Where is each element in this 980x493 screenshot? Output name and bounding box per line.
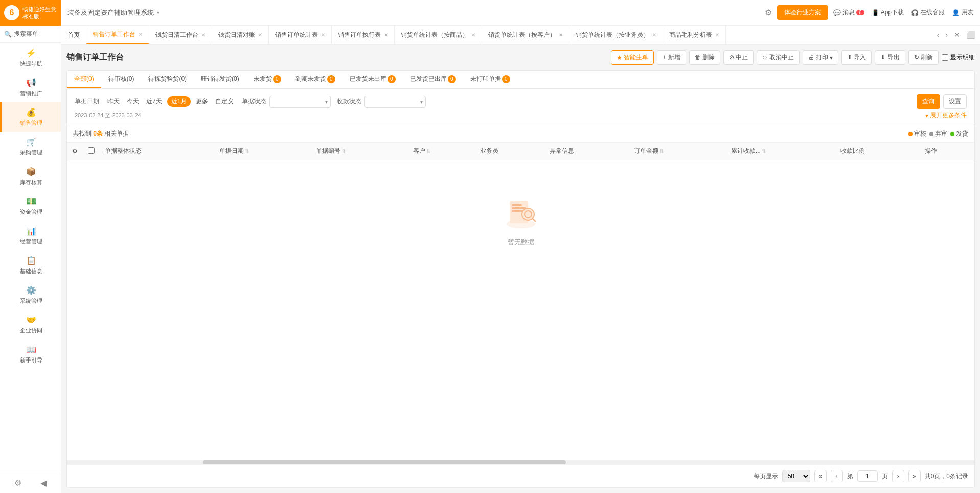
inventory-icon: 📦 bbox=[26, 167, 36, 176]
sidebar-item-operations[interactable]: 📊 经营管理 bbox=[0, 221, 61, 251]
tab-close-summary-staff[interactable]: ✕ bbox=[652, 32, 656, 38]
th-customer[interactable]: 客户⇅ bbox=[408, 143, 475, 160]
tab-prev-btn[interactable]: ‹ bbox=[935, 30, 942, 40]
tab-maximize-btn[interactable]: ⬜ bbox=[964, 30, 977, 40]
status-select[interactable] bbox=[269, 96, 331, 108]
subtab-not-shipped[interactable]: 未发货0 bbox=[246, 71, 288, 88]
collapse-icon[interactable]: ◀ bbox=[40, 478, 47, 488]
ship-action[interactable]: 发货 bbox=[950, 129, 968, 138]
date-opt-custom[interactable]: 自定义 bbox=[213, 96, 236, 107]
show-detail-input[interactable] bbox=[942, 54, 948, 61]
show-detail-checkbox[interactable]: 显示明细 bbox=[942, 53, 975, 62]
sidebar-item-enterprise[interactable]: 🤝 企业协同 bbox=[0, 310, 61, 340]
th-number[interactable]: 单据编号⇅ bbox=[311, 143, 408, 160]
subtab-shipped-not-out[interactable]: 已发货未出库0 bbox=[343, 71, 403, 88]
import-btn[interactable]: ⬆ 导入 bbox=[841, 50, 872, 65]
settings-query-btn[interactable]: 设置 bbox=[943, 94, 967, 109]
sort-customer-icon: ⇅ bbox=[426, 148, 430, 154]
subtab-pending-inspect[interactable]: 待拣货验货(0) bbox=[141, 71, 194, 88]
scroll-thumb[interactable] bbox=[203, 460, 566, 464]
tab-sales-exec[interactable]: 销售订单执行表 ✕ bbox=[332, 26, 395, 44]
date-opt-more[interactable]: 更多 bbox=[194, 96, 210, 107]
tab-cash-account[interactable]: 钱货日清对账 ✕ bbox=[212, 26, 269, 44]
topbar-settings-icon[interactable]: ⚙ bbox=[765, 8, 772, 17]
add-btn[interactable]: + 新增 bbox=[657, 50, 686, 65]
date-opt-today[interactable]: 今天 bbox=[125, 96, 141, 107]
sidebar-item-inventory[interactable]: 📦 库存核算 bbox=[0, 162, 61, 191]
status-select-wrap[interactable] bbox=[269, 96, 331, 108]
date-opt-1month[interactable]: 近1月 bbox=[167, 96, 191, 107]
tab-summary-product[interactable]: 销货单统计表（按商品） ✕ bbox=[395, 26, 482, 44]
tab-next-btn[interactable]: › bbox=[943, 30, 950, 40]
query-btn[interactable]: 查询 bbox=[917, 94, 940, 109]
smart-create-btn[interactable]: ★ 智能生单 bbox=[611, 50, 654, 65]
prev-page-btn[interactable]: ‹ bbox=[831, 470, 843, 482]
tab-close-margin-analysis[interactable]: ✕ bbox=[715, 32, 719, 38]
subtab-all[interactable]: 全部(0) bbox=[67, 71, 101, 88]
th-collected[interactable]: 累计收款...⇅ bbox=[726, 143, 835, 160]
subtab-shipped-out[interactable]: 已发货已出库0 bbox=[403, 71, 463, 88]
tab-sales-stats[interactable]: 销售订单统计表 ✕ bbox=[269, 26, 332, 44]
delete-btn[interactable]: 🗑 删除 bbox=[689, 50, 720, 65]
tab-close-summary-customer[interactable]: ✕ bbox=[559, 32, 563, 38]
user-menu[interactable]: 👤 用友 bbox=[952, 8, 974, 17]
message-action[interactable]: 💬 消息 6 bbox=[833, 8, 864, 17]
shipped-not-out-badge: 0 bbox=[388, 75, 396, 83]
settings-icon[interactable]: ⚙ bbox=[14, 478, 21, 488]
last-page-btn[interactable]: » bbox=[908, 470, 921, 482]
tab-margin-analysis[interactable]: 商品毛利分析表 ✕ bbox=[663, 26, 726, 44]
th-amount[interactable]: 订单金额⇅ bbox=[629, 143, 726, 160]
print-btn[interactable]: 🖨 打印 ▾ bbox=[803, 50, 838, 65]
suspend-btn[interactable]: ⊘ 中止 bbox=[723, 50, 754, 65]
horizontal-scrollbar[interactable] bbox=[67, 460, 974, 464]
page-input[interactable] bbox=[857, 470, 878, 482]
cancel-review-action[interactable]: 弃审 bbox=[929, 129, 947, 138]
review-action[interactable]: 审核 bbox=[908, 129, 926, 138]
sidebar-item-sales[interactable]: 💰 销售管理 bbox=[0, 102, 61, 132]
tab-summary-staff[interactable]: 销货单统计表（按业务员） ✕ bbox=[569, 26, 663, 44]
tab-sales-workbench[interactable]: 销售订单工作台 ✕ bbox=[86, 26, 149, 44]
payment-select[interactable] bbox=[364, 96, 426, 108]
cancel-suspend-btn[interactable]: ⊙ 取消中止 bbox=[757, 50, 799, 65]
next-page-btn[interactable]: › bbox=[892, 470, 904, 482]
subtab-wangpu[interactable]: 旺铺待发货(0) bbox=[194, 71, 246, 88]
online-service-action[interactable]: 🎧 在线客服 bbox=[911, 8, 945, 17]
app-download-action[interactable]: 📱 App下载 bbox=[872, 8, 904, 17]
tab-close-cash-account[interactable]: ✕ bbox=[258, 32, 262, 38]
tab-close-sales-exec[interactable]: ✕ bbox=[384, 32, 388, 38]
expand-filter-btn[interactable]: ▾ 展开更多条件 bbox=[925, 111, 967, 120]
tab-close-sales-stats[interactable]: ✕ bbox=[321, 32, 325, 38]
subtab-pending-review[interactable]: 待审核(0) bbox=[101, 71, 142, 88]
sidebar-item-quick-nav[interactable]: ⚡ 快捷导航 bbox=[0, 43, 61, 73]
sidebar-item-guide[interactable]: 📖 新手引导 bbox=[0, 340, 61, 369]
tab-cash-daily[interactable]: 钱货日清工作台 ✕ bbox=[149, 26, 212, 44]
th-date[interactable]: 单据日期⇅ bbox=[214, 143, 311, 160]
subtab-expired[interactable]: 到期未发货0 bbox=[288, 71, 343, 88]
tab-home[interactable]: 首页 bbox=[61, 26, 86, 44]
sidebar-search[interactable]: 🔍 搜索菜单 bbox=[0, 26, 61, 43]
date-opt-7days[interactable]: 近7天 bbox=[144, 96, 164, 107]
first-page-btn[interactable]: « bbox=[814, 470, 827, 482]
experience-btn[interactable]: 体验行业方案 bbox=[777, 5, 828, 20]
page-size-select[interactable]: 50 10 20 100 bbox=[782, 470, 810, 482]
sidebar-item-purchase[interactable]: 🛒 采购管理 bbox=[0, 132, 61, 162]
tab-summary-customer[interactable]: 销货单统计表（按客户） ✕ bbox=[482, 26, 569, 44]
sidebar-item-basic[interactable]: 📋 基础信息 bbox=[0, 251, 61, 280]
select-all-checkbox[interactable] bbox=[88, 147, 95, 154]
refresh-btn[interactable]: ↻ 刷新 bbox=[908, 50, 939, 65]
tab-close-summary-product[interactable]: ✕ bbox=[471, 32, 475, 38]
page-title: 销售订单工作台 bbox=[66, 52, 124, 63]
page-label: 第 bbox=[847, 472, 853, 481]
sidebar-item-system[interactable]: ⚙️ 系统管理 bbox=[0, 280, 61, 310]
sidebar-item-finance[interactable]: 💵 资金管理 bbox=[0, 191, 61, 221]
th-settings[interactable]: ⚙ bbox=[67, 143, 83, 160]
export-btn[interactable]: ⬇ 导出 bbox=[875, 50, 905, 65]
tab-close-cash-daily[interactable]: ✕ bbox=[201, 32, 206, 38]
payment-select-wrap[interactable] bbox=[364, 96, 426, 108]
th-checkbox[interactable] bbox=[83, 143, 100, 160]
tab-close-all-btn[interactable]: ✕ bbox=[952, 30, 962, 40]
sidebar-item-marketing[interactable]: 📢 营销推广 bbox=[0, 73, 61, 102]
tab-close-sales-workbench[interactable]: ✕ bbox=[139, 32, 143, 37]
date-opt-yesterday[interactable]: 昨天 bbox=[105, 96, 122, 107]
subtab-not-printed[interactable]: 未打印单据0 bbox=[463, 71, 517, 88]
